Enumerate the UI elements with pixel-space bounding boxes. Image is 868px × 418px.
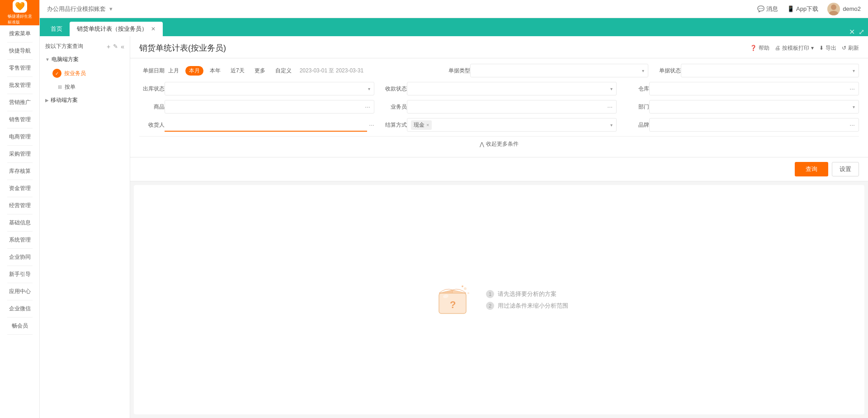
settlement-tag-close-icon[interactable]: ×: [426, 122, 429, 128]
app-download-label: App下载: [796, 5, 818, 13]
prev-month-btn[interactable]: 上月: [165, 66, 183, 76]
export-icon: ⬇: [819, 45, 824, 51]
svg-point-7: [462, 285, 463, 287]
empty-illustration: ?: [430, 277, 475, 323]
export-label: 导出: [826, 44, 836, 52]
sidebar-item-enterprise[interactable]: 企业协同: [7, 249, 33, 266]
sidebar-item-system[interactable]: 系统管理: [7, 232, 33, 249]
tab-sales-stat[interactable]: 销货单统计表（按业务员） ✕: [70, 22, 163, 36]
sidebar-item-ecommerce[interactable]: 电商管理: [7, 128, 33, 146]
consignee-input[interactable]: [165, 118, 367, 132]
product-cell: 商品 ···: [139, 100, 374, 114]
order-status-select[interactable]: ▾: [681, 64, 859, 77]
sidebar-item-basic[interactable]: 基础信息: [7, 214, 33, 232]
sidebar-item-wholesale[interactable]: 批发管理: [7, 77, 33, 94]
print-dropdown-icon[interactable]: ▾: [811, 45, 814, 51]
app-logo[interactable]: 🧡 畅捷通好生意标准版: [0, 0, 40, 25]
settlement-cell: 结算方式 现金 × ▾: [382, 118, 617, 132]
order-status-arrow-icon: ▾: [853, 68, 855, 73]
edit-scheme-button[interactable]: ✎: [113, 43, 118, 50]
export-button[interactable]: ⬇ 导出: [819, 44, 836, 52]
department-select[interactable]: ▾: [649, 100, 859, 114]
more-date-btn[interactable]: 更多: [251, 66, 269, 76]
custom-date-btn[interactable]: 自定义: [272, 66, 295, 76]
shipment-status-cell: 出库状态 ▾: [139, 82, 374, 95]
product-dots[interactable]: ···: [365, 103, 370, 110]
message-button[interactable]: 💬 消息: [757, 5, 778, 13]
settlement-arrow-icon: ▾: [610, 123, 613, 128]
header-right: 💬 消息 📱 App下载 demo2: [757, 3, 861, 15]
settlement-tag-text: 现金: [414, 121, 425, 129]
warehouse-cell: 仓库 ···: [624, 82, 859, 95]
date-filter-cell: 单据日期 上月 本月 本年 近7天 更多 自定义 2023-03-01 至 20…: [139, 66, 438, 76]
product-select[interactable]: ···: [165, 100, 374, 114]
sidebar-item-operations[interactable]: 经营管理: [7, 197, 33, 214]
empty-tips: 1 请先选择要分析的方案 2 用过滤条件来缩小分析范围: [486, 290, 568, 310]
salesperson-cell: 业务员 ···: [382, 100, 617, 114]
sidebar-item-member[interactable]: 畅会员: [7, 318, 33, 335]
payment-status-select[interactable]: ▾: [407, 82, 617, 95]
sidebar-item-retail[interactable]: 零售管理: [7, 60, 33, 77]
logo-icon: 🧡: [13, 0, 27, 13]
last7days-btn[interactable]: 近7天: [227, 66, 248, 76]
app-download-button[interactable]: 📱 App下载: [787, 5, 818, 13]
page-title-bar: 销货单统计表(按业务员) ❓ 帮助 🖨 按模板打印 ▾ ⬇ 导出: [130, 36, 868, 58]
brand-select[interactable]: ···: [649, 118, 859, 132]
sidebar-item-guide[interactable]: 新手引导: [7, 266, 33, 283]
tab-expand-icon[interactable]: ⤢: [859, 28, 864, 36]
order-type-select[interactable]: ▾: [470, 64, 648, 77]
sidebar-item-purchase[interactable]: 采购管理: [7, 146, 33, 163]
cur-month-btn[interactable]: 本月: [185, 66, 203, 76]
sidebar-item-apps[interactable]: 应用中心: [7, 283, 33, 300]
sidebar-item-inventory[interactable]: 库存核算: [7, 163, 33, 180]
sidebar-item-quick-nav[interactable]: 快捷导航: [7, 43, 33, 60]
consignee-dots[interactable]: ···: [369, 121, 374, 128]
user-menu[interactable]: demo2: [827, 3, 861, 15]
user-avatar[interactable]: [827, 3, 840, 15]
add-scheme-button[interactable]: +: [107, 43, 110, 50]
panel-header-label: 按以下方案查询: [45, 43, 83, 50]
print-icon: 🖨: [775, 45, 780, 51]
tab-home[interactable]: 首页: [43, 22, 70, 36]
query-button[interactable]: 查询: [795, 162, 828, 176]
sidebar-item-marketing[interactable]: 营销推广: [7, 94, 33, 111]
collapse-filters-button[interactable]: ⋀ 收起更多条件: [139, 136, 859, 152]
scheme-tree: ▼ 电脑端方案 ✓ 按业务员 ⊞ 按单 ▶ 移动端方案: [40, 53, 130, 107]
mobile-scheme-parent[interactable]: ▶ 移动端方案: [40, 94, 130, 107]
right-content: 销货单统计表(按业务员) ❓ 帮助 🖨 按模板打印 ▾ ⬇ 导出: [130, 36, 868, 418]
tab-bar-actions: ✕ ⤢: [849, 28, 864, 36]
tab-close-all-icon[interactable]: ✕: [849, 28, 855, 36]
sidebar-item-search[interactable]: 搜索菜单: [7, 25, 33, 43]
help-button[interactable]: ❓ 帮助: [750, 44, 769, 52]
sidebar-item-wechat[interactable]: 企业微信: [7, 300, 33, 318]
salesperson-select[interactable]: ···: [407, 100, 617, 114]
cur-year-btn[interactable]: 本年: [206, 66, 224, 76]
order-type-arrow-icon: ▾: [642, 68, 644, 73]
settlement-label: 结算方式: [382, 121, 407, 129]
by-order-item[interactable]: ⊞ 按单: [40, 81, 130, 94]
warehouse-dots[interactable]: ···: [849, 85, 855, 92]
collapse-label: 收起更多条件: [486, 140, 519, 148]
brand-dots[interactable]: ···: [849, 121, 855, 128]
user-name: demo2: [843, 5, 861, 12]
payment-status-cell: 收款状态 ▾: [382, 82, 617, 95]
warehouse-select[interactable]: ···: [649, 82, 859, 95]
salesperson-dots[interactable]: ···: [607, 103, 613, 110]
print-button[interactable]: 🖨 按模板打印 ▾: [775, 44, 814, 52]
refresh-button[interactable]: ↺ 刷新: [842, 44, 859, 52]
shipment-status-select[interactable]: ▾: [165, 82, 374, 95]
desktop-scheme-parent[interactable]: ▼ 电脑端方案: [40, 53, 130, 66]
empty-state: ? 1 请先选择要分析的方案 2: [134, 185, 864, 414]
setting-button[interactable]: 设置: [832, 162, 859, 176]
settlement-select[interactable]: 现金 × ▾: [407, 118, 617, 132]
tab-close-icon[interactable]: ✕: [151, 26, 156, 32]
page-content: 按以下方案查询 + ✎ « ▼ 电脑端方案 ✓ 按业务员 ⊞ 按单: [40, 36, 868, 418]
collapse-panel-button[interactable]: «: [121, 43, 124, 50]
panel-header-actions: + ✎ «: [107, 43, 124, 50]
empty-tip-2: 2 用过滤条件来缩小分析范围: [486, 302, 568, 310]
consignee-cell: 收货人 ···: [139, 118, 374, 132]
sidebar-item-finance[interactable]: 资金管理: [7, 180, 33, 197]
header-dropdown-icon[interactable]: ▾: [109, 5, 113, 12]
sidebar-item-sales[interactable]: 销售管理: [7, 111, 33, 128]
by-salesperson-item[interactable]: ✓ 按业务员: [40, 66, 130, 81]
